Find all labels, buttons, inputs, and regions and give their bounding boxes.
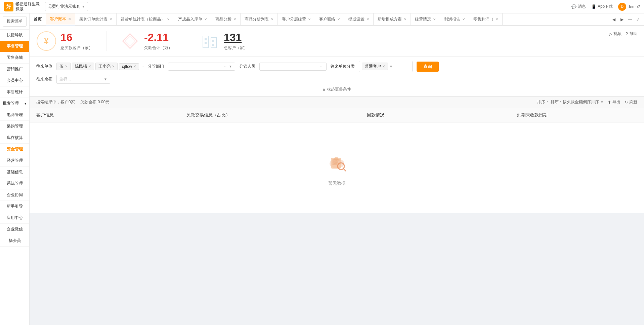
svg-line-14	[343, 169, 346, 171]
brand-logo: 好 畅捷通好生意 标版	[4, 2, 40, 11]
tab-caigou-dingdan[interactable]: 采购订单统计表 ✕	[75, 13, 117, 26]
message-button[interactable]: 💬 消息	[571, 4, 586, 9]
stat-icon-diamond	[120, 31, 140, 51]
filter-tag-cjttcw: cjttcw ✕	[119, 63, 139, 70]
tab-next-button[interactable]: ▶	[618, 16, 625, 23]
tab-home[interactable]: 首页	[30, 13, 46, 26]
sidebar-item-lingshou-tongji[interactable]: 零售统计	[0, 86, 30, 98]
sidebar-item-dianshanng[interactable]: 电商管理	[0, 109, 30, 121]
filter-tag-more-button[interactable]: ···	[140, 64, 144, 69]
close-icon[interactable]: ✕	[404, 17, 406, 21]
filter-tag-normal-customer: 普通客户 ✕	[362, 63, 388, 70]
close-icon[interactable]: ✕	[88, 65, 91, 68]
filter-tag-chenminqiang: 陈民强 ✕	[72, 63, 94, 70]
person-filter-select[interactable]: ···	[259, 63, 327, 71]
sidebar-item-lingshou-shangcheng[interactable]: 零售商城	[0, 52, 30, 64]
refresh-icon: ↻	[625, 100, 628, 105]
tab-jinhuo-shangpin[interactable]: 进货单统计表（按商品） ✕	[117, 13, 174, 26]
tab-minimize-button[interactable]: —	[627, 16, 633, 23]
chevron-down-icon: ▼	[24, 102, 27, 105]
tab-lingshou-lirun[interactable]: 零售利润（ ✕	[469, 13, 503, 26]
close-icon[interactable]: ✕	[367, 17, 369, 21]
dept-filter-select[interactable]: ··· ▼	[168, 63, 235, 71]
close-icon[interactable]: ✕	[382, 65, 385, 68]
close-icon[interactable]: ✕	[337, 17, 340, 21]
stat-number-total: 131	[224, 31, 248, 44]
sidebar-item-jingying[interactable]: 经营管理	[0, 155, 30, 167]
close-icon[interactable]: ✕	[233, 17, 236, 21]
tab-xinzeng-ticheng[interactable]: 新增提成方案 ✕	[374, 13, 411, 26]
help-button[interactable]: ? 帮助	[626, 31, 637, 37]
close-icon[interactable]: ✕	[112, 65, 115, 68]
refresh-button[interactable]: ↻ 刷新	[625, 99, 637, 105]
video-help-button[interactable]: ▷ 视频	[609, 31, 621, 37]
empty-icon	[324, 149, 350, 176]
close-icon[interactable]: ✕	[433, 17, 436, 21]
filter-area: 往来单位 伍 ✕ 陈民强 ✕ 王小亮 ✕	[30, 57, 644, 97]
export-button[interactable]: ⬆ 导出	[608, 99, 620, 105]
tab-shangpin-fenxi-list[interactable]: 商品分析列表 ✕	[241, 13, 278, 26]
close-icon[interactable]: ✕	[308, 17, 311, 21]
results-bar: 搜索结果中，客户0家 欠款金额 0.00元 排序： 排序：按欠款金额倒序排序 ▼…	[30, 97, 644, 108]
close-icon[interactable]: ✕	[271, 17, 273, 21]
close-icon[interactable]: ✕	[462, 17, 465, 21]
user-menu[interactable]: D demo2	[618, 3, 640, 11]
sidebar-item-qiye-weixin[interactable]: 企业微信	[0, 224, 30, 235]
person-filter-label: 分管人员	[239, 64, 255, 69]
sidebar-item-xitong[interactable]: 系统管理	[0, 178, 30, 189]
balance-filter-select[interactable]: 选择... ▼	[56, 75, 110, 84]
sidebar-item-caigou[interactable]: 采购管理	[0, 121, 30, 132]
sidebar-item-chang-huiyuan[interactable]: 畅会员	[0, 235, 30, 247]
sidebar-item-xinshou[interactable]: 新手引导	[0, 201, 30, 212]
collapse-button[interactable]: ∧ 收起更多条件	[323, 86, 351, 92]
close-icon[interactable]: ✕	[110, 17, 112, 21]
sidebar-item-yingxiao[interactable]: 营销推广	[0, 64, 30, 75]
close-icon[interactable]: ✕	[167, 17, 170, 21]
sidebar-item-kucun[interactable]: 库存核算	[0, 132, 30, 144]
ellipsis-icon: ···	[224, 64, 227, 69]
video-icon: ▷	[609, 32, 612, 36]
sidebar-quick-nav[interactable]: 快捷导航	[0, 30, 29, 41]
sidebar-item-pifa[interactable]: 批发管理▼	[0, 98, 30, 109]
avatar: D	[618, 3, 626, 11]
close-icon[interactable]: ✕	[496, 17, 498, 21]
tab-lirun-baogao[interactable]: 利润报告 ✕	[440, 13, 469, 26]
tab-kehu-fenceng[interactable]: 客户分层经营 ✕	[278, 13, 315, 26]
svg-rect-7	[212, 44, 214, 46]
stat-block-debt: -2.11 欠款合计（万）	[120, 31, 186, 51]
stat-info-debt: -2.11 欠款合计（万）	[144, 31, 172, 51]
close-icon[interactable]: ✕	[68, 17, 71, 21]
col-header-payment: 回款情况	[367, 112, 517, 118]
app-download-button[interactable]: 📱 App下载	[591, 4, 613, 9]
close-icon[interactable]: ✕	[204, 17, 207, 21]
sidebar-item-qiye[interactable]: 企业协同	[0, 189, 30, 201]
tab-shangpin-fenxi[interactable]: 商品分析 ✕	[211, 13, 241, 26]
sort-select[interactable]: 排序： 排序：按欠款金额倒序排序 ▼	[537, 99, 604, 105]
tab-ticheng-shezhi[interactable]: 提成设置 ✕	[344, 13, 374, 26]
top-header: 好 畅捷通好生意 标版 母婴行业演示账套 ▼ 💬 消息 📱 App下载 D de…	[0, 0, 644, 13]
unit-type-filter-select[interactable]: 普通客户 ✕ ▼	[359, 61, 413, 72]
stat-info-total: 131 总客户（家）	[224, 31, 248, 51]
tab-kehu-liangluo[interactable]: 客户联络 ✕	[315, 13, 344, 26]
tab-maximize-button[interactable]: ⤢	[635, 16, 641, 23]
sidebar-item-yingyong[interactable]: 应用中心	[0, 212, 30, 224]
sidebar-item-huiyuan[interactable]: 会员中心	[0, 75, 30, 86]
sidebar-item-lingshou[interactable]: 零售管理	[0, 41, 30, 52]
sidebar-item-jichu[interactable]: 基础信息	[0, 167, 30, 178]
header-left: 好 畅捷通好生意 标版 母婴行业演示账套 ▼	[4, 2, 88, 11]
tab-prev-button[interactable]: ◀	[610, 16, 617, 23]
account-selector[interactable]: 母婴行业演示账套 ▼	[45, 2, 88, 11]
sidebar-item-zijin[interactable]: 资金管理	[0, 144, 30, 155]
tab-chanchengpin[interactable]: 产成品入库单 ✕	[174, 13, 211, 26]
search-menu-button[interactable]: 搜索菜单	[3, 16, 27, 27]
tab-kehu-zhangben[interactable]: 客户账本 ✕	[46, 13, 75, 26]
filter-tag-wangxiaoliang: 王小亮 ✕	[95, 63, 118, 70]
close-icon[interactable]: ✕	[133, 65, 136, 68]
search-button[interactable]: 查询	[417, 62, 439, 72]
tab-jingying-qingkuang[interactable]: 经营情况 ✕	[411, 13, 440, 26]
chevron-down-icon: ▼	[229, 65, 232, 68]
results-info: 搜索结果中，客户0家 欠款金额 0.00元	[36, 99, 110, 105]
close-icon[interactable]: ✕	[65, 65, 68, 68]
stat-help-links: ▷ 视频 ? 帮助	[609, 31, 637, 37]
empty-state: 暂无数据	[30, 122, 644, 213]
